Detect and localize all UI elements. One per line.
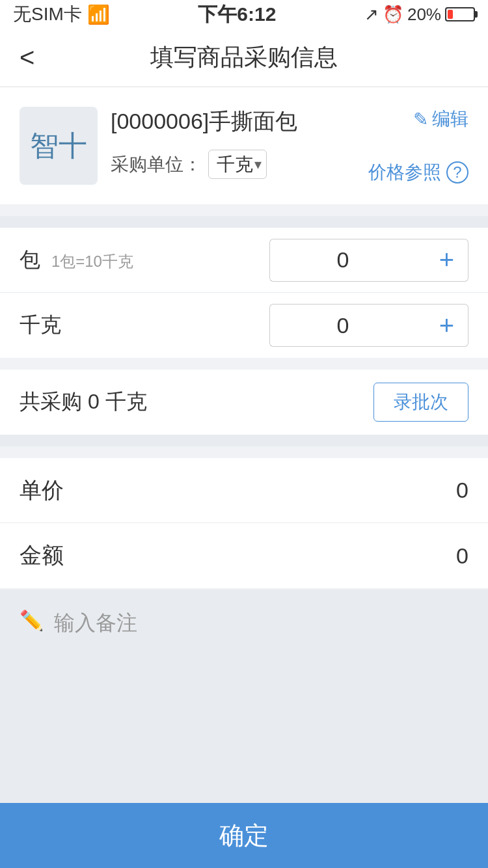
status-bar: 无SIM卡 📶 下午6:12 ↗ ⏰ 20%: [0, 0, 488, 29]
product-image: 智十: [20, 107, 98, 185]
bag-quantity-input[interactable]: [269, 239, 426, 282]
status-left: 无SIM卡 📶: [13, 2, 110, 27]
kg-plus-button[interactable]: +: [426, 304, 468, 347]
amount-value: 0: [456, 543, 468, 569]
detail-section: 单价 0 金额 0: [0, 458, 488, 588]
unit-select-wrap[interactable]: 千克: [208, 150, 267, 179]
page-title: 填写商品采购信息: [150, 42, 338, 74]
summary-unit-value: 千克: [105, 390, 147, 413]
wifi-icon: 📶: [87, 4, 110, 25]
status-right: ↗ ⏰ 20%: [364, 5, 475, 25]
kg-input-row: 千克 +: [0, 293, 488, 358]
product-logo: 智十: [30, 127, 87, 165]
edit-button[interactable]: ✎ 编辑: [413, 107, 468, 131]
nav-bar: < 填写商品采购信息: [0, 29, 488, 87]
unit-price-value: 0: [456, 478, 468, 503]
back-button[interactable]: <: [20, 43, 34, 72]
divider-2: [0, 435, 488, 446]
alarm-icon: ⏰: [383, 5, 403, 25]
bag-label-text: 包: [20, 248, 40, 271]
summary-amount-value: 0: [88, 390, 100, 413]
kg-plus-icon: +: [439, 311, 454, 340]
bag-sub-text: 1包=10千克: [51, 252, 133, 270]
notes-placeholder: 输入备注: [54, 609, 137, 638]
kg-label: 千克: [20, 311, 61, 340]
carrier-text: 无SIM卡: [13, 2, 82, 27]
quantity-section: 包 1包=10千克 + 千克 +: [0, 228, 488, 358]
confirm-button[interactable]: 确定: [0, 803, 488, 868]
amount-row: 金额 0: [0, 523, 488, 588]
content: 智十 [0000006]手撕面包 采购单位： 千克 ✎ 编辑 价格参照 ?: [0, 87, 488, 837]
batch-button[interactable]: 录批次: [373, 383, 468, 422]
product-card: 智十 [0000006]手撕面包 采购单位： 千克 ✎ 编辑 价格参照 ?: [0, 87, 488, 204]
unit-price-label: 单价: [20, 476, 64, 506]
bag-input-row: 包 1包=10千克 +: [0, 228, 488, 293]
summary-section: 共采购 0 千克 录批次: [0, 370, 488, 435]
edit-label: 编辑: [432, 107, 468, 131]
kg-input-right: +: [269, 304, 468, 347]
price-ref-label: 价格参照: [368, 160, 441, 185]
battery-icon: [445, 7, 475, 21]
divider-1: [0, 216, 488, 228]
bag-plus-icon: +: [439, 245, 454, 275]
unit-label: 采购单位：: [111, 152, 202, 177]
battery-percent: 20%: [407, 5, 441, 25]
summary-row: 共采购 0 千克 录批次: [0, 370, 488, 435]
price-ref-button[interactable]: 价格参照 ?: [368, 160, 468, 185]
pencil-icon: ✏️: [20, 609, 44, 632]
info-circle-icon: ?: [446, 161, 468, 183]
summary-text: 共采购 0 千克: [20, 388, 147, 416]
amount-label: 金额: [20, 541, 64, 571]
kg-quantity-input[interactable]: [269, 304, 426, 347]
bag-plus-button[interactable]: +: [426, 239, 468, 282]
bag-input-right: +: [269, 239, 468, 282]
bag-label: 包 1包=10千克: [20, 246, 133, 275]
unit-select[interactable]: 千克: [208, 150, 267, 179]
summary-prefix: 共采购: [20, 390, 82, 413]
location-icon: ↗: [364, 5, 379, 25]
status-time: 下午6:12: [198, 1, 276, 28]
edit-icon: ✎: [413, 109, 428, 130]
unit-price-row: 单价 0: [0, 458, 488, 523]
kg-label-text: 千克: [20, 313, 61, 336]
notes-section[interactable]: ✏️ 输入备注: [0, 590, 488, 837]
